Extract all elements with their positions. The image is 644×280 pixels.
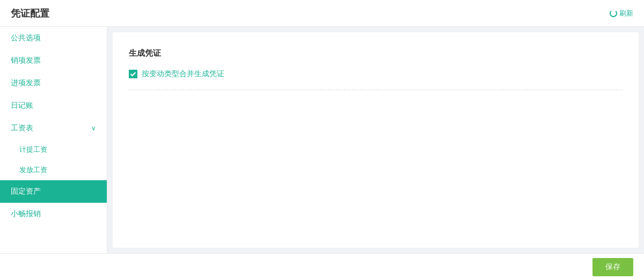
save-button[interactable]: 保存 <box>592 258 633 276</box>
sidebar-sub-item-calc-salary[interactable]: 计提工资 <box>0 139 107 160</box>
sidebar: 公共选项销项发票进项发票日记账工资表∨计提工资发放工资固定资产小畅报销 <box>0 27 107 253</box>
sidebar-item-payroll[interactable]: 工资表∨ <box>0 117 107 139</box>
chevron-down-icon: ∨ <box>91 124 96 132</box>
sidebar-item-fixed-assets[interactable]: 固定资产 <box>0 180 107 203</box>
sidebar-sub-item-pay-salary[interactable]: 发放工资 <box>0 160 107 180</box>
refresh-button[interactable]: 刷新 <box>610 9 633 18</box>
section-title: 生成凭证 <box>129 48 623 58</box>
sidebar-item-label: 日记账 <box>11 101 33 110</box>
sidebar-item-label: 工资表 <box>11 123 33 133</box>
page-wrapper: 凭证配置 刷新 公共选项销项发票进项发票日记账工资表∨计提工资发放工资固定资产小… <box>0 0 644 280</box>
page-title: 凭证配置 <box>11 7 49 20</box>
merge-checkbox[interactable] <box>129 70 137 78</box>
refresh-icon <box>610 10 617 17</box>
sidebar-item-public-options[interactable]: 公共选项 <box>0 27 107 49</box>
sidebar-item-label: 销项发票 <box>11 56 41 65</box>
footer: 保存 <box>0 253 644 280</box>
checkbox-label: 按变动类型合并生成凭证 <box>142 69 224 79</box>
check-icon <box>130 71 136 77</box>
sidebar-item-expense-report[interactable]: 小畅报销 <box>0 203 107 225</box>
checkbox-row: 按变动类型合并生成凭证 <box>129 69 623 79</box>
main-content: 生成凭证 按变动类型合并生成凭证 <box>113 32 639 248</box>
sidebar-item-label: 公共选项 <box>11 33 41 43</box>
sidebar-item-journal[interactable]: 日记账 <box>0 94 107 117</box>
sidebar-item-label: 小畅报销 <box>11 209 41 219</box>
sidebar-item-purchase-invoice[interactable]: 进项发票 <box>0 72 107 94</box>
sidebar-item-sales-invoice[interactable]: 销项发票 <box>0 49 107 72</box>
refresh-label: 刷新 <box>619 9 633 18</box>
section-divider <box>129 90 623 90</box>
header: 凭证配置 刷新 <box>0 0 644 27</box>
sidebar-item-label: 固定资产 <box>11 187 41 196</box>
sidebar-item-label: 进项发票 <box>11 78 41 88</box>
body: 公共选项销项发票进项发票日记账工资表∨计提工资发放工资固定资产小畅报销 生成凭证… <box>0 27 644 253</box>
